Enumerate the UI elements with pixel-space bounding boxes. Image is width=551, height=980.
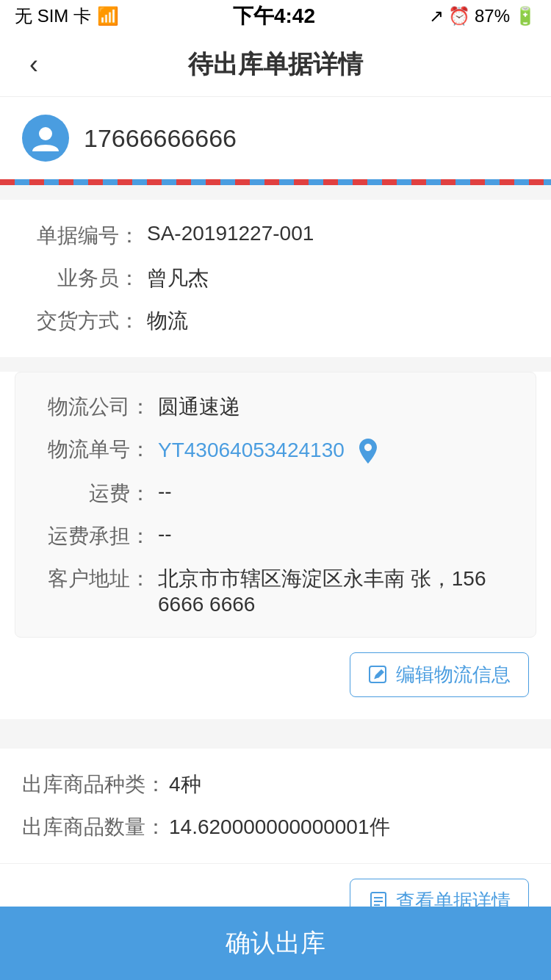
logistics-tracking-value: YT43064053424130 bbox=[151, 436, 518, 465]
logistics-address-row: 客户地址： 北京市市辖区海淀区永丰南 张，156 6666 6666 bbox=[33, 565, 518, 616]
location-pin-icon[interactable] bbox=[353, 436, 383, 465]
status-bar: 无 SIM 卡 📶 下午4:42 ↗ ⏰ 87% 🔋 bbox=[0, 0, 551, 32]
logistics-tracking-row: 物流单号： YT43064053424130 bbox=[33, 436, 518, 465]
edit-btn-row: 编辑物流信息 bbox=[0, 638, 551, 712]
order-no-label: 单据编号： bbox=[22, 222, 140, 250]
user-section: 17666666666 bbox=[0, 97, 551, 179]
wifi-icon: 📶 bbox=[97, 6, 119, 26]
sales-person-row: 业务员： 曾凡杰 bbox=[22, 264, 529, 292]
section-separator-1 bbox=[0, 719, 551, 734]
goods-types-value: 4种 bbox=[169, 771, 201, 799]
avatar bbox=[22, 115, 69, 162]
order-info-section: 单据编号： SA-20191227-001 业务员： 曾凡杰 交货方式： 物流 bbox=[0, 200, 551, 357]
logistics-freight-row: 运费： -- bbox=[33, 480, 518, 508]
user-phone: 17666666666 bbox=[84, 124, 237, 153]
delivery-method-value: 物流 bbox=[140, 307, 529, 335]
logistics-freight-bearer-label: 运费承担： bbox=[33, 522, 151, 550]
logistics-company-row: 物流公司： 圆通速递 bbox=[33, 393, 518, 421]
nav-bar: ‹ 待出库单据详情 bbox=[0, 32, 551, 97]
order-no-value: SA-20191227-001 bbox=[140, 222, 529, 245]
logistics-freight-value: -- bbox=[151, 480, 518, 503]
goods-types-label: 出库商品种类： bbox=[22, 771, 169, 799]
logistics-company-value: 圆通速递 bbox=[151, 393, 518, 421]
edit-logistics-button[interactable]: 编辑物流信息 bbox=[350, 652, 529, 697]
logistics-wrapper: 物流公司： 圆通速递 物流单号： YT43064053424130 运费： --… bbox=[0, 372, 551, 719]
sales-person-label: 业务员： bbox=[22, 264, 140, 292]
edit-icon bbox=[368, 665, 389, 685]
goods-quantity-label: 出库商品数量： bbox=[22, 813, 169, 841]
logistics-company-label: 物流公司： bbox=[33, 393, 151, 421]
delivery-method-row: 交货方式： 物流 bbox=[22, 307, 529, 335]
svg-point-0 bbox=[39, 127, 52, 140]
goods-section: 出库商品种类： 4种 出库商品数量： 14.620000000000001件 bbox=[0, 749, 551, 863]
logistics-address-label: 客户地址： bbox=[33, 565, 151, 593]
logistics-section: 物流公司： 圆通速递 物流单号： YT43064053424130 运费： --… bbox=[15, 372, 536, 638]
page-title: 待出库单据详情 bbox=[188, 48, 363, 82]
status-right: ↗ ⏰ 87% 🔋 bbox=[429, 6, 536, 26]
status-carrier: 无 SIM 卡 📶 bbox=[15, 4, 119, 28]
location-arrow-icon: ↗ bbox=[429, 6, 444, 26]
edit-btn-label: 编辑物流信息 bbox=[396, 662, 511, 688]
battery-icon: 🔋 bbox=[514, 6, 536, 26]
logistics-freight-bearer-row: 运费承担： -- bbox=[33, 522, 518, 550]
logistics-freight-bearer-value: -- bbox=[151, 522, 518, 546]
sales-person-value: 曾凡杰 bbox=[140, 264, 529, 292]
carrier-text: 无 SIM 卡 bbox=[15, 4, 91, 28]
goods-types-row: 出库商品种类： 4种 bbox=[22, 771, 529, 799]
decorative-border bbox=[0, 179, 551, 185]
confirm-button-label: 确认出库 bbox=[226, 926, 325, 960]
goods-quantity-row: 出库商品数量： 14.620000000000001件 bbox=[22, 813, 529, 841]
goods-quantity-value: 14.620000000000001件 bbox=[169, 813, 390, 841]
confirm-bar[interactable]: 确认出库 bbox=[0, 907, 551, 980]
logistics-freight-label: 运费： bbox=[33, 480, 151, 508]
alarm-icon: ⏰ bbox=[448, 6, 470, 26]
battery-text: 87% bbox=[475, 6, 510, 26]
back-button[interactable]: ‹ bbox=[22, 42, 46, 87]
status-time: 下午4:42 bbox=[233, 2, 315, 30]
logistics-address-value: 北京市市辖区海淀区永丰南 张，156 6666 6666 bbox=[151, 565, 518, 616]
order-no-row: 单据编号： SA-20191227-001 bbox=[22, 222, 529, 250]
logistics-tracking-label: 物流单号： bbox=[33, 436, 151, 464]
delivery-method-label: 交货方式： bbox=[22, 307, 140, 335]
